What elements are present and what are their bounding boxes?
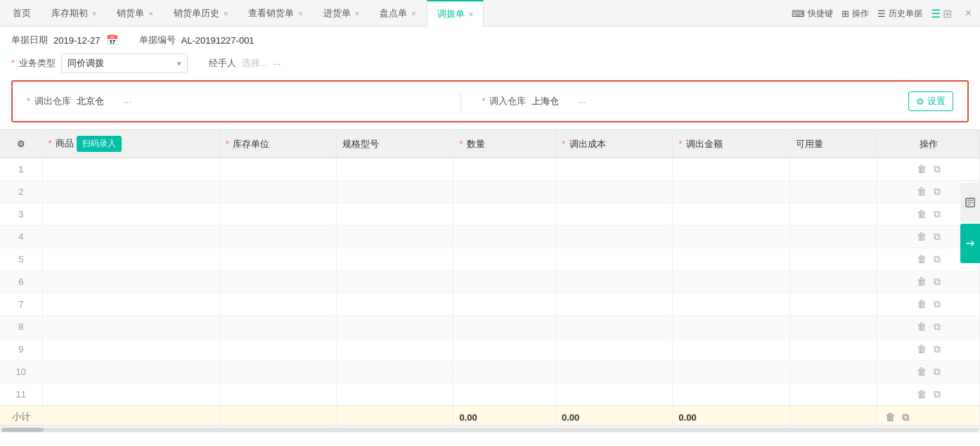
row-product[interactable] — [42, 338, 219, 361]
row-cost[interactable] — [555, 316, 672, 338]
delete-icon[interactable]: 🗑 — [917, 343, 927, 355]
row-amount[interactable] — [673, 293, 789, 316]
tab-home[interactable]: 首页 — [3, 0, 41, 27]
row-spec[interactable] — [337, 383, 453, 406]
row-unit[interactable] — [219, 316, 336, 338]
history-button[interactable]: ☰ 历史单据 — [877, 7, 922, 19]
tab-stocktake[interactable]: 盘点单 × — [370, 0, 426, 27]
delete-icon[interactable]: 🗑 — [917, 208, 927, 219]
row-amount[interactable] — [673, 361, 789, 383]
row-product[interactable] — [42, 248, 219, 271]
row-cost[interactable] — [555, 158, 672, 181]
copy-icon[interactable]: ⧉ — [934, 366, 941, 377]
copy-icon[interactable]: ⧉ — [934, 321, 941, 332]
list-view-icon[interactable]: ☰ — [931, 6, 941, 20]
warehouse-out-value[interactable]: 北京仓 — [77, 95, 104, 108]
delete-icon[interactable]: 🗑 — [917, 231, 927, 242]
business-type-select[interactable]: 同价调拨 ▾ — [61, 53, 188, 73]
row-product[interactable] — [42, 181, 219, 203]
side-expand-button[interactable] — [960, 224, 980, 263]
row-qty[interactable] — [453, 271, 556, 293]
warehouse-out-more-button[interactable]: ··· — [124, 96, 131, 107]
row-qty[interactable] — [453, 316, 556, 338]
manager-more-button[interactable]: ··· — [273, 58, 281, 69]
row-spec[interactable] — [337, 338, 453, 361]
row-spec[interactable] — [337, 248, 453, 271]
row-qty[interactable] — [453, 226, 556, 248]
row-spec[interactable] — [337, 293, 453, 316]
copy-icon[interactable]: ⧉ — [934, 208, 941, 219]
row-product[interactable] — [42, 271, 219, 293]
row-product[interactable] — [42, 383, 219, 406]
row-product[interactable] — [42, 226, 219, 248]
warehouse-in-value[interactable]: 上海仓 — [531, 95, 559, 108]
row-amount[interactable] — [673, 271, 789, 293]
row-amount[interactable] — [673, 316, 789, 338]
row-cost[interactable] — [555, 181, 672, 203]
row-cost[interactable] — [555, 203, 672, 226]
row-product[interactable] — [42, 293, 219, 316]
delete-icon[interactable]: 🗑 — [917, 253, 927, 265]
row-spec[interactable] — [337, 361, 453, 383]
col-gear-header[interactable]: ⚙ — [0, 130, 42, 158]
tab-transfer-close[interactable]: × — [469, 10, 473, 18]
delete-icon[interactable]: 🗑 — [917, 298, 927, 310]
tab-purchase-order-close[interactable]: × — [355, 9, 359, 18]
row-product[interactable] — [42, 158, 219, 181]
row-unit[interactable] — [219, 158, 336, 181]
delete-icon[interactable]: 🗑 — [917, 388, 927, 400]
row-unit[interactable] — [219, 293, 336, 316]
settings-button[interactable]: ⚙ 设置 — [908, 91, 953, 111]
operation-button[interactable]: ⊞ 操作 — [842, 7, 869, 19]
tab-sales-history[interactable]: 销货单历史 × — [164, 0, 238, 27]
row-unit[interactable] — [219, 226, 336, 248]
horizontal-scrollbar[interactable] — [0, 425, 980, 433]
row-spec[interactable] — [337, 181, 453, 203]
row-cost[interactable] — [555, 338, 672, 361]
summary-delete-icon[interactable]: 🗑 — [885, 412, 895, 423]
grid-view-icon[interactable]: ⊞ — [943, 6, 952, 20]
row-qty[interactable] — [453, 248, 556, 271]
row-qty[interactable] — [453, 383, 556, 406]
row-cost[interactable] — [555, 248, 672, 271]
copy-icon[interactable]: ⧉ — [934, 276, 941, 287]
summary-copy-icon[interactable]: ⧉ — [902, 412, 909, 423]
row-qty[interactable] — [453, 293, 556, 316]
delete-icon[interactable]: 🗑 — [917, 366, 927, 377]
tab-inventory-init[interactable]: 库存期初 × — [41, 0, 107, 27]
row-cost[interactable] — [555, 271, 672, 293]
row-product[interactable] — [42, 361, 219, 383]
row-unit[interactable] — [219, 271, 336, 293]
row-unit[interactable] — [219, 203, 336, 226]
tab-sales-order[interactable]: 销货单 × — [107, 0, 163, 27]
tab-view-sales-close[interactable]: × — [298, 9, 302, 18]
tab-view-sales[interactable]: 查看销货单 × — [238, 0, 313, 27]
row-unit[interactable] — [219, 338, 336, 361]
row-product[interactable] — [42, 316, 219, 338]
tab-transfer[interactable]: 调拨单 × — [427, 0, 484, 27]
row-cost[interactable] — [555, 226, 672, 248]
row-cost[interactable] — [555, 361, 672, 383]
row-qty[interactable] — [453, 338, 556, 361]
row-unit[interactable] — [219, 248, 336, 271]
manager-input[interactable]: 选择... — [242, 57, 268, 70]
warehouse-in-more-button[interactable]: ··· — [579, 96, 586, 107]
delete-icon[interactable]: 🗑 — [917, 276, 927, 287]
row-spec[interactable] — [337, 271, 453, 293]
row-cost[interactable] — [555, 383, 672, 406]
delete-icon[interactable]: 🗑 — [917, 186, 927, 197]
row-qty[interactable] — [453, 181, 556, 203]
tab-inventory-init-close[interactable]: × — [92, 9, 96, 18]
delete-icon[interactable]: 🗑 — [917, 321, 927, 332]
copy-icon[interactable]: ⧉ — [934, 343, 941, 355]
row-spec[interactable] — [337, 226, 453, 248]
row-amount[interactable] — [673, 158, 789, 181]
row-amount[interactable] — [673, 383, 789, 406]
row-qty[interactable] — [453, 158, 556, 181]
row-amount[interactable] — [673, 248, 789, 271]
tab-purchase-order[interactable]: 进货单 × — [314, 0, 370, 27]
row-cost[interactable] — [555, 293, 672, 316]
row-amount[interactable] — [673, 226, 789, 248]
row-unit[interactable] — [219, 361, 336, 383]
row-qty[interactable] — [453, 361, 556, 383]
